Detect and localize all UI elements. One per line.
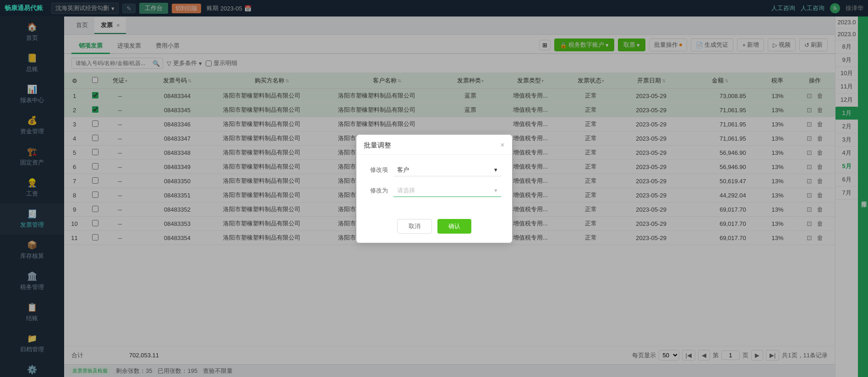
confirm-btn[interactable]: 确认	[437, 219, 471, 234]
modal-title: 批量调整	[364, 141, 391, 150]
modify-to-select[interactable]: 请选择 ▾	[393, 185, 501, 197]
modify-to-label: 修改为	[367, 186, 388, 195]
modal-header: 批量调整 ×	[356, 135, 512, 155]
modal-overlay: 批量调整 × 修改项 客户 ▾ 修改为 请选择 ▾ 取消 确认	[0, 0, 868, 377]
cancel-btn[interactable]: 取消	[397, 219, 432, 234]
modal-footer: 取消 确认	[356, 214, 512, 243]
modify-field-row: 修改项 客户 ▾	[367, 164, 501, 176]
modify-to-row: 修改为 请选择 ▾	[367, 185, 501, 197]
modify-field-value: 客户	[397, 166, 409, 174]
modal-body: 修改项 客户 ▾ 修改为 请选择 ▾	[356, 155, 512, 214]
modify-field-select[interactable]: 客户 ▾	[393, 164, 501, 176]
modify-field-label: 修改项	[367, 166, 388, 174]
modal-close-btn[interactable]: ×	[500, 141, 504, 149]
modify-to-placeholder: 请选择	[397, 186, 415, 195]
modify-field-chevron: ▾	[494, 166, 497, 173]
modify-to-chevron: ▾	[494, 187, 497, 194]
batch-adjust-modal: 批量调整 × 修改项 客户 ▾ 修改为 请选择 ▾ 取消 确认	[356, 135, 512, 243]
